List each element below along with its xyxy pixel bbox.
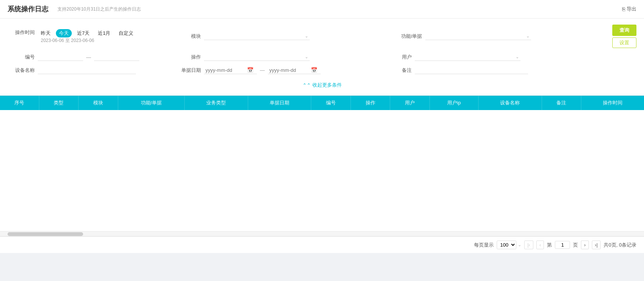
per-page-select[interactable]: 10 20 50 100 200 [497,241,516,249]
pagination-bar: 每页显示 10 20 50 100 200 ⌄ |‹ ‹ 第 1 页 › ›| … [0,236,644,253]
col-device: 设备名称 [478,96,542,110]
filter-row-1: 操作时间 昨天 今天 近7天 近1月 自定义 2023-06-06 至 2023… [8,25,636,48]
time-btn-custom[interactable]: 自定义 [116,29,136,37]
time-btn-yesterday[interactable]: 昨天 [38,29,54,37]
col-remark: 备注 [542,96,581,110]
scrollbar-thumb[interactable] [8,232,83,236]
col-operation: 操作 [351,96,390,110]
module-label: 模块 [174,33,204,40]
col-biztype: 业务类型 [185,96,248,110]
per-page-label: 每页显示 [474,242,494,248]
user-select-input[interactable] [416,54,514,60]
date-from-input[interactable] [205,67,247,73]
date-to-input[interactable] [269,67,311,73]
calendar-from-icon[interactable]: 📅 [247,67,253,73]
page-label: 第 [547,242,552,248]
page-subtitle: 支持2020年10月31日之后产生的操作日志 [57,6,141,12]
operation-label: 操作 [174,54,204,61]
date-to-wrapper: 📅 [268,66,321,74]
per-page-chevron-icon: ⌄ [518,242,521,247]
table-header: 序号 类型 模块 功能/单据 业务类型 单据日期 编号 操作 用户 用户ip 设… [0,96,644,110]
date-dash: — [260,67,265,73]
function-select-input[interactable] [427,33,525,39]
col-number: 编号 [311,96,351,110]
col-user: 用户 [390,96,429,110]
user-chevron-icon: ⌄ [516,54,519,59]
user-select[interactable]: ⌄ [415,53,520,61]
time-buttons: 昨天 今天 近7天 近1月 自定义 [38,29,136,37]
col-function: 功能/单据 [118,96,184,110]
data-table: 序号 类型 模块 功能/单据 业务类型 单据日期 编号 操作 用户 用户ip 设… [0,96,644,110]
number-dash: — [86,54,91,60]
module-select[interactable]: ⌄ [204,33,310,40]
filter-row-3: 设备名称 单据日期 📅 — 📅 备注 [8,66,636,74]
voucher-date-label: 单据日期 [174,67,204,74]
module-select-input[interactable] [205,33,303,39]
collapse-chevron-icon: ⌃⌃ [303,82,311,88]
remark-label: 备注 [385,67,415,74]
page-suffix: 页 [573,242,578,248]
time-label: 操作时间 [8,29,38,36]
remark-input[interactable] [415,67,528,74]
page-input[interactable]: 1 [555,241,570,249]
col-optime: 操作时间 [581,96,644,110]
device-input[interactable] [38,67,136,74]
table-header-row: 序号 类型 模块 功能/单据 业务类型 单据日期 编号 操作 用户 用户ip 设… [0,96,644,110]
col-userip: 用户ip [429,96,478,110]
settings-button[interactable]: 设置 [612,37,636,48]
operation-select-input[interactable] [205,54,303,60]
page-prev-button[interactable]: ‹ [536,241,544,249]
export-label: 导出 [627,6,636,12]
page-header: 系统操作日志 支持2020年10月31日之后产生的操作日志 ⎘ 导出 [0,0,644,19]
col-voucherdate: 单据日期 [248,96,311,110]
export-icon: ⎘ [622,6,625,12]
user-label: 用户 [385,54,415,61]
col-seq: 序号 [0,96,39,110]
module-chevron-icon: ⌄ [305,34,308,39]
filter-row-2: 编号 — 操作 ⌄ 用户 ⌄ [8,53,636,61]
per-page-select-wrapper: 10 20 50 100 200 ⌄ [497,241,521,249]
operation-chevron-icon: ⌄ [305,54,308,59]
time-btn-7days[interactable]: 近7天 [74,29,93,37]
query-button[interactable]: 查询 [612,25,636,36]
page-next-button[interactable]: › [581,241,588,249]
col-type: 类型 [39,96,78,110]
time-range-text: 2023-06-06 至 2023-06-06 [41,37,136,44]
date-from-wrapper: 📅 [204,66,257,74]
collapse-bar[interactable]: ⌃⌃ 收起更多条件 [8,79,636,92]
page-first-button[interactable]: |‹ [524,241,533,249]
page-last-button[interactable]: ›| [592,241,601,249]
function-select[interactable]: ⌄ [425,33,531,40]
calendar-to-icon[interactable]: 📅 [311,67,317,73]
number-label: 编号 [8,54,38,61]
empty-area [0,110,644,231]
collapse-label: 收起更多条件 [312,82,342,88]
col-module: 模块 [79,96,118,110]
number-from-input[interactable] [38,53,83,61]
filter-panel: 操作时间 昨天 今天 近7天 近1月 自定义 2023-06-06 至 2023… [0,19,644,96]
time-btn-1month[interactable]: 近1月 [95,29,113,37]
page-title: 系统操作日志 [8,5,48,14]
function-chevron-icon: ⌄ [526,34,530,39]
device-label: 设备名称 [8,67,38,74]
number-to-input[interactable] [94,53,139,61]
total-text: 共0页, 0条记录 [604,242,636,248]
horizontal-scrollbar[interactable] [0,231,644,236]
action-buttons: 查询 设置 [612,25,636,48]
time-btn-today[interactable]: 今天 [56,29,72,37]
operation-select[interactable]: ⌄ [204,53,310,61]
function-label: 功能/单据 [395,33,425,40]
export-button[interactable]: ⎘ 导出 [622,6,636,12]
table-container: 序号 类型 模块 功能/单据 业务类型 单据日期 编号 操作 用户 用户ip 设… [0,96,644,231]
